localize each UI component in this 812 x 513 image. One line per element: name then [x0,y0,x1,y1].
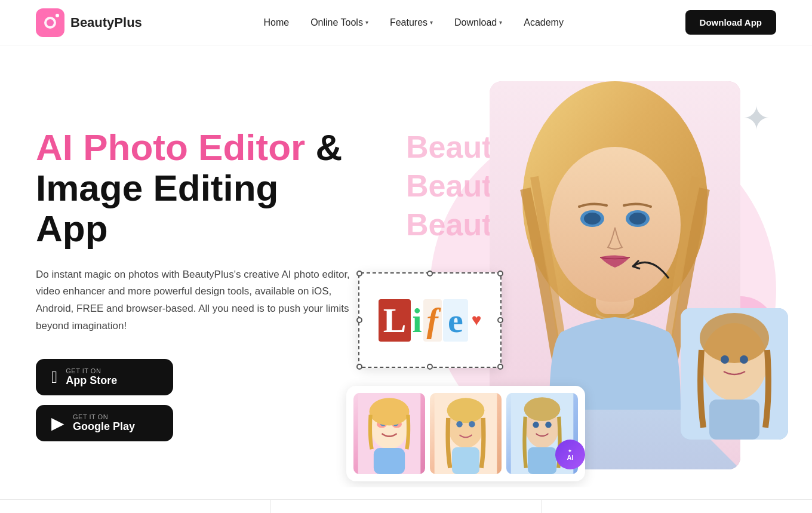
nav-download[interactable]: Download ▾ [454,17,502,28]
hero-right: ✦ ✦ BeautyPlus BeautyPlu BeautyPl [394,81,776,487]
app-download-buttons:  GET IT ON App Store ▶ GET IT ON Google… [36,359,370,441]
arrow-decoration [627,248,675,293]
stat-users: 75M+ Global Users [0,500,271,513]
selection-box [358,272,502,368]
svg-point-36 [721,355,729,364]
hero-left: AI Photo Editor &Image EditingApp Do ins… [36,127,394,441]
svg-point-19 [370,398,410,425]
stat-photos: 800M+ Photos Edited [271,500,542,513]
svg-rect-38 [709,400,759,440]
star-icon-large: ✦ [743,99,770,137]
nav-online-tools[interactable]: Online Tools ▾ [310,17,368,28]
logo-text: BeautyPlus [70,15,142,30]
logo-icon [36,8,64,37]
thumbnail-2 [430,393,502,474]
selection-handle [427,364,433,370]
header: BeautyPlus Home Online Tools ▾ Features … [0,0,812,45]
svg-point-31 [545,422,551,428]
hero-title: AI Photo Editor &Image EditingApp [36,127,370,250]
main-nav: Home Online Tools ▾ Features ▾ Download … [263,17,563,28]
selection-handle [356,271,362,277]
svg-point-9 [584,213,601,225]
thumbnail-strip [346,386,585,481]
svg-point-23 [447,398,485,423]
apple-icon:  [51,368,57,387]
ai-icon-badge: ✦ AI [555,440,585,469]
chevron-down-icon: ▾ [430,19,433,26]
svg-point-11 [629,213,646,225]
google-play-button[interactable]: ▶ GET IT ON Google Play [36,405,173,441]
selection-handle [427,271,433,277]
selection-handle [497,364,503,370]
selection-handle [356,317,362,323]
selection-handle [497,317,503,323]
svg-point-30 [533,422,539,428]
nav-home[interactable]: Home [263,17,289,28]
svg-point-25 [469,421,475,427]
svg-rect-32 [528,447,556,474]
selection-handle [356,364,362,370]
hero-description: Do instant magic on photos with BeautyPl… [36,266,358,336]
svg-rect-20 [374,448,405,474]
svg-rect-26 [452,447,479,474]
svg-point-35 [700,313,769,363]
nav-features[interactable]: Features ▾ [390,17,433,28]
svg-point-3 [56,14,59,17]
life-sticker: L i f e ♥ [358,272,502,368]
selection-handle [497,271,503,277]
second-woman-photo [681,308,788,440]
logo[interactable]: BeautyPlus [36,8,142,37]
chevron-down-icon: ▾ [365,19,368,26]
download-app-button[interactable]: Download App [685,10,776,35]
stats-section: 75M+ Global Users 800M+ Photos Edited 1.… [0,499,812,513]
svg-point-29 [524,397,561,421]
chevron-down-icon: ▾ [499,19,502,26]
svg-point-2 [47,19,54,26]
hero-section: AI Photo Editor &Image EditingApp Do ins… [0,45,812,487]
app-store-button[interactable]:  GET IT ON App Store [36,359,173,395]
thumbnail-1 [353,393,425,474]
svg-point-24 [456,421,462,427]
nav-academy[interactable]: Academy [524,17,564,28]
stat-downloads: 1.5B+ App Downloads [542,500,812,513]
play-store-icon: ▶ [51,413,64,433]
svg-point-37 [740,355,748,364]
